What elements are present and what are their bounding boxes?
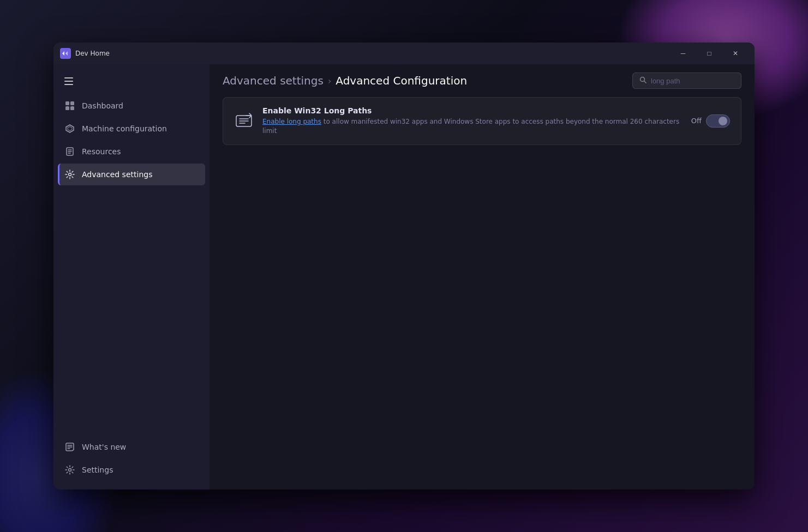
- content-header: Advanced settings › Advanced Configurati…: [210, 64, 755, 97]
- titlebar: Dev Home ─ □ ✕: [53, 43, 755, 64]
- dashboard-icon: [64, 100, 75, 111]
- app-title: Dev Home: [75, 50, 110, 57]
- maximize-button[interactable]: □: [697, 45, 722, 62]
- breadcrumb: Advanced settings › Advanced Configurati…: [223, 74, 624, 87]
- sidebar-item-advanced-settings-label: Advanced settings: [82, 170, 152, 179]
- sidebar-item-machine-label: Machine configuration: [82, 124, 167, 133]
- card-icon: [234, 111, 254, 131]
- breadcrumb-separator: ›: [328, 76, 331, 86]
- sidebar-item-machine-configuration[interactable]: Machine configuration: [58, 118, 205, 140]
- app-logo: [60, 48, 71, 59]
- window-controls: ─ □ ✕: [671, 45, 748, 62]
- hamburger-icon: [64, 77, 73, 87]
- card-description: Enable long paths to allow manifested wi…: [262, 117, 683, 136]
- advanced-settings-icon: [64, 169, 75, 180]
- sidebar-item-whats-new-label: What's new: [82, 443, 126, 451]
- main-content: Dashboard Machine configuration: [53, 64, 755, 489]
- card-control: Off: [691, 114, 730, 128]
- svg-rect-4: [65, 101, 69, 105]
- svg-point-10: [69, 173, 71, 176]
- svg-marker-8: [66, 125, 74, 132]
- sidebar-item-dashboard-label: Dashboard: [82, 101, 123, 110]
- machine-configuration-icon: [64, 123, 75, 134]
- sidebar-nav: Dashboard Machine configuration: [53, 95, 210, 432]
- settings-icon: [64, 464, 75, 475]
- resources-icon: [64, 146, 75, 157]
- card-title: Enable Win32 Long Paths: [262, 106, 683, 115]
- sidebar-item-settings[interactable]: Settings: [58, 459, 205, 481]
- sidebar-item-whats-new[interactable]: What's new: [58, 436, 205, 458]
- settings-card: Enable Win32 Long Paths Enable long path…: [223, 97, 741, 145]
- sidebar-item-resources-label: Resources: [82, 147, 121, 156]
- breadcrumb-current: Advanced Configuration: [336, 74, 467, 87]
- minimize-button[interactable]: ─: [671, 45, 696, 62]
- svg-point-11: [69, 469, 71, 471]
- enable-long-paths-link[interactable]: Enable long paths: [262, 118, 321, 125]
- sidebar-item-resources[interactable]: Resources: [58, 141, 205, 162]
- sidebar-item-settings-label: Settings: [82, 466, 113, 474]
- card-content: Enable Win32 Long Paths Enable long path…: [262, 106, 683, 136]
- sidebar-item-advanced-settings[interactable]: Advanced settings: [58, 164, 205, 185]
- toggle-switch[interactable]: [706, 114, 730, 128]
- hamburger-button[interactable]: [58, 71, 80, 93]
- breadcrumb-parent[interactable]: Advanced settings: [223, 74, 324, 87]
- svg-rect-6: [65, 106, 69, 110]
- sidebar-item-dashboard[interactable]: Dashboard: [58, 95, 205, 117]
- sidebar: Dashboard Machine configuration: [53, 64, 210, 489]
- svg-rect-5: [70, 101, 74, 105]
- close-button[interactable]: ✕: [723, 45, 748, 62]
- content-area: Advanced settings › Advanced Configurati…: [210, 64, 755, 489]
- toggle-track: [706, 114, 730, 128]
- toggle-thumb: [719, 117, 727, 125]
- search-input[interactable]: [651, 77, 734, 85]
- svg-rect-1: [64, 77, 73, 78]
- svg-marker-9: [68, 126, 72, 131]
- svg-rect-3: [64, 84, 73, 85]
- app-window: Dev Home ─ □ ✕: [53, 43, 755, 489]
- svg-rect-7: [70, 106, 74, 110]
- toggle-label: Off: [691, 117, 702, 125]
- whats-new-icon: [64, 442, 75, 452]
- svg-rect-2: [64, 81, 73, 82]
- search-icon: [639, 76, 647, 85]
- search-box[interactable]: [632, 72, 741, 89]
- card-description-suffix: to allow manifested win32 apps and Windo…: [262, 118, 679, 135]
- sidebar-bottom: What's new Settings: [53, 432, 210, 485]
